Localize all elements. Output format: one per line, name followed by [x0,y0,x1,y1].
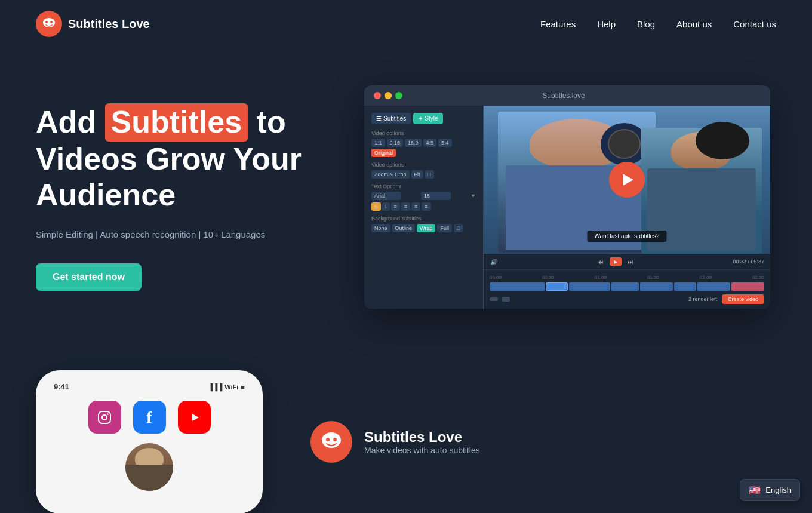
bg-box: □ [454,224,463,232]
play-button[interactable] [609,162,645,198]
second-section-right: Subtitles Love Make videos with auto sub… [310,370,776,513]
video-preview: Want fast auto subtitles? [484,106,770,254]
font-size[interactable]: 18 [421,192,451,200]
logo[interactable]: Subtitles Love [36,11,150,37]
render-left: 2 render left [688,296,717,302]
language-badge[interactable]: 🇺🇸 English [740,479,800,501]
timeline-tool[interactable] [502,297,510,302]
create-video-button[interactable]: Create video [722,294,764,304]
nav-links: Features Help Blog About us Contact us [540,19,776,29]
prev-icon[interactable]: ⏮ [596,257,605,266]
bg-full[interactable]: Full [437,224,452,232]
panel-video-options2: Video options Zoom & Crop Fit □ [371,162,476,179]
timeline-ruler: 00:00 00:30 01:00 01:30 02:00 02:30 [490,275,764,280]
app-screenshot: Subtitles.love ☰ Subtitles ✦ Style [364,85,770,309]
nav-blog[interactable]: Blog [637,19,655,29]
brand-logo-icon [310,421,352,463]
hero-title-highlight: Subtitles [105,103,248,142]
svg-point-11 [326,438,330,441]
timeline-controls [490,297,510,302]
phone-mockup: 9:41 ▐▐▐ WiFi ■ f [36,370,263,513]
panel-text-options: Text Options Arial 18 ▼ B I ≡ ≡ ≡ ≡ [371,183,476,211]
tab-style[interactable]: ✦ Style [413,113,442,124]
bold-btn[interactable]: B [371,202,381,211]
screenshot-topbar: Subtitles.love [364,85,770,106]
zoom-crop[interactable]: Zoom & Crop [371,170,410,179]
ratio-original[interactable]: Original [371,149,396,157]
italic-btn[interactable]: I [382,202,390,211]
nav-help[interactable]: Help [597,19,616,29]
hero-title-prefix: Add [36,105,96,139]
youtube-icon[interactable] [178,401,211,434]
instagram-icon[interactable] [88,401,121,434]
svg-point-6 [107,413,108,414]
play-icon [623,174,633,186]
panel-video-options: Video options 1:1 9:16 16:9 4:5 5:4 Orig… [371,130,476,157]
svg-point-2 [45,21,48,23]
brand-name: Subtitles Love [364,429,480,446]
brand-card: Subtitles Love Make videos with auto sub… [310,421,480,463]
ratio-16-9[interactable]: 16:9 [405,139,422,147]
ratio-5-4[interactable]: 5:4 [438,139,452,147]
cta-button[interactable]: Get started now [36,263,142,291]
screenshot-body: ☰ Subtitles ✦ Style Video options 1:1 9:… [364,106,770,309]
hero-section: Add Subtitles toVideos Grow YourAudience… [0,48,812,358]
phone-time: 9:41 [54,382,69,391]
signal-icon: ▐▐▐ [208,383,222,391]
volume-slider[interactable] [490,297,498,301]
track-1 [490,282,764,291]
timeline-footer: 2 render left Create video [490,294,764,304]
screenshot-url: Subtitles.love [402,91,725,100]
phone-avatar-area [48,443,251,491]
ratio-9-16[interactable]: 9:16 [387,139,404,147]
navbar: Subtitles Love Features Help Blog About … [0,0,812,48]
align-right[interactable]: ≡ [411,202,420,211]
traffic-light-red [374,92,381,99]
hero-right: Subtitles.love ☰ Subtitles ✦ Style [358,85,776,309]
phone-topbar: 9:41 ▐▐▐ WiFi ■ [48,382,251,391]
align-justify[interactable]: ≡ [422,202,430,211]
logo-icon [36,11,62,37]
align-center[interactable]: ≡ [401,202,410,211]
play-small-button[interactable]: ▶ [610,257,622,266]
panel-bg-subtitles: Background subtitles None Outline Wrap F… [371,216,476,232]
tab-subtitles[interactable]: ☰ Subtitles [371,113,411,124]
bg-outline[interactable]: Outline [392,224,416,232]
avatar [125,443,173,491]
bg-wrap[interactable]: Wrap [417,224,435,232]
svg-rect-4 [99,411,110,423]
fit[interactable]: Fit [411,170,423,179]
battery-icon: ■ [241,383,245,391]
nav-features[interactable]: Features [540,19,576,29]
facebook-icon[interactable]: f [133,401,166,434]
ratio-1-1[interactable]: 1:1 [371,139,385,147]
flag-icon: 🇺🇸 [749,484,761,496]
traffic-lights [374,92,402,99]
editor-panel: ☰ Subtitles ✦ Style Video options 1:1 9:… [364,106,484,309]
nav-contact[interactable]: Contact us [733,19,776,29]
panel-tabs: ☰ Subtitles ✦ Style [371,113,476,124]
font-selector[interactable]: Arial [371,192,401,200]
phone-apps: f [48,401,251,434]
ratio-4-5[interactable]: 4:5 [423,139,437,147]
svg-point-5 [102,415,107,420]
second-section: 9:41 ▐▐▐ WiFi ■ f [0,358,812,513]
volume-icon[interactable]: 🔊 [490,257,498,266]
language-label: English [765,486,791,494]
svg-point-3 [50,21,53,23]
brand-tagline: Make videos with auto subtitles [364,446,480,455]
timeline: 00:00 00:30 01:00 01:30 02:00 02:30 [484,269,770,309]
hero-subtitle: Simple Editing | Auto speech recognition… [36,228,334,242]
aspect-box: □ [425,170,434,179]
bg-none[interactable]: None [371,224,390,232]
panel-ratio-options: 1:1 9:16 16:9 4:5 5:4 Original [371,139,476,157]
hero-title: Add Subtitles toVideos Grow YourAudience [36,103,334,213]
video-frame: Want fast auto subtitles? [484,106,770,254]
timeline-tracks [490,282,764,291]
logo-text: Subtitles Love [68,17,150,31]
align-left[interactable]: ≡ [391,202,400,211]
next-icon[interactable]: ⏭ [626,257,635,266]
nav-about[interactable]: About us [676,19,712,29]
traffic-light-green [395,92,402,99]
brand-info: Subtitles Love Make videos with auto sub… [364,429,480,455]
